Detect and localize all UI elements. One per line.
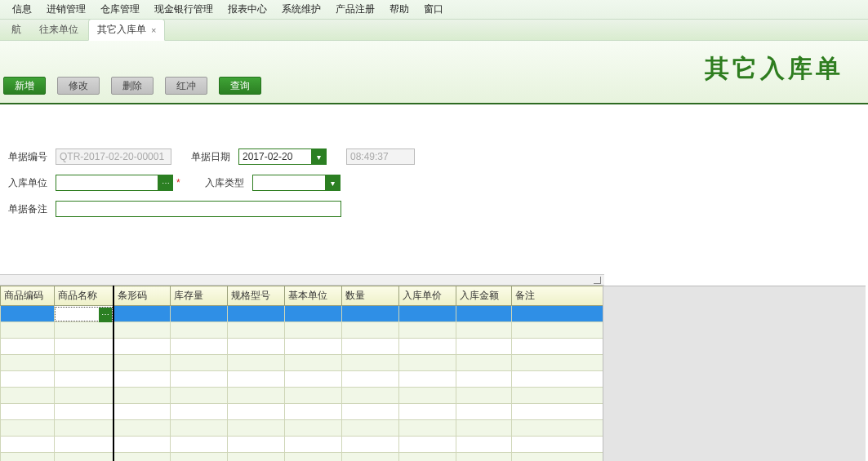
grid-cell[interactable] bbox=[55, 355, 114, 371]
menu-item-help[interactable]: 帮助 bbox=[382, 2, 416, 16]
tab-contacts[interactable]: 往来单位 bbox=[31, 20, 87, 40]
grid-cell[interactable] bbox=[512, 339, 603, 355]
grid-cell[interactable] bbox=[114, 404, 171, 420]
remark-field[interactable] bbox=[56, 201, 341, 217]
table-row[interactable] bbox=[1, 404, 603, 420]
table-row[interactable] bbox=[1, 420, 603, 437]
grid-cell[interactable] bbox=[342, 388, 399, 404]
grid-cell[interactable] bbox=[342, 453, 399, 462]
grid-cell[interactable] bbox=[512, 420, 603, 437]
grid-cell[interactable] bbox=[171, 420, 228, 437]
table-row[interactable] bbox=[1, 355, 603, 371]
table-row[interactable] bbox=[1, 437, 603, 453]
table-row[interactable] bbox=[1, 453, 603, 462]
grid-cell[interactable] bbox=[399, 306, 456, 322]
grid-cell[interactable] bbox=[171, 322, 228, 339]
grid-cell[interactable] bbox=[228, 322, 285, 339]
unit-lookup-button[interactable]: ⋯ bbox=[158, 175, 173, 191]
grid-col-header[interactable]: 入库金额 bbox=[456, 286, 512, 306]
grid-cell[interactable] bbox=[55, 388, 114, 404]
grid-cell[interactable]: ⋯ bbox=[55, 306, 114, 322]
grid-cell[interactable] bbox=[171, 339, 228, 355]
grid-cell[interactable] bbox=[399, 339, 456, 355]
grid-cell[interactable] bbox=[1, 453, 55, 462]
grid-cell[interactable] bbox=[342, 437, 399, 453]
grid-cell[interactable] bbox=[1, 371, 55, 388]
grid-cell[interactable] bbox=[114, 388, 171, 404]
grid-cell[interactable] bbox=[399, 371, 456, 388]
grid-cell[interactable] bbox=[114, 371, 171, 388]
menu-item-cashbank[interactable]: 现金银行管理 bbox=[147, 2, 220, 16]
menu-item-info[interactable]: 信息 bbox=[5, 2, 39, 16]
grid-cell[interactable] bbox=[1, 420, 55, 437]
grid-cell[interactable] bbox=[456, 355, 512, 371]
grid-cell[interactable] bbox=[285, 355, 342, 371]
edit-button[interactable]: 修改 bbox=[57, 77, 100, 95]
menu-item-report[interactable]: 报表中心 bbox=[220, 2, 274, 16]
grid-cell[interactable] bbox=[399, 437, 456, 453]
grid-cell[interactable] bbox=[171, 355, 228, 371]
grid-scrollbar-top[interactable] bbox=[0, 274, 604, 286]
add-button[interactable]: 新增 bbox=[3, 77, 46, 95]
grid-col-header[interactable]: 数量 bbox=[342, 286, 399, 306]
grid-cell[interactable] bbox=[114, 453, 171, 462]
grid-cell[interactable] bbox=[285, 420, 342, 437]
menu-item-warehouse[interactable]: 仓库管理 bbox=[93, 2, 147, 16]
grid-cell[interactable] bbox=[55, 420, 114, 437]
unit-field[interactable] bbox=[56, 175, 158, 191]
grid-cell[interactable] bbox=[1, 322, 55, 339]
grid-col-header[interactable]: 条形码 bbox=[114, 286, 171, 306]
grid-cell[interactable] bbox=[228, 420, 285, 437]
grid-cell[interactable] bbox=[55, 339, 114, 355]
grid-cell[interactable] bbox=[399, 420, 456, 437]
grid-cell[interactable] bbox=[285, 404, 342, 420]
grid-col-header[interactable]: 备注 bbox=[512, 286, 603, 306]
grid-col-header[interactable]: 商品名称 bbox=[55, 286, 114, 306]
grid-cell[interactable] bbox=[342, 420, 399, 437]
grid-cell[interactable] bbox=[285, 339, 342, 355]
grid-cell[interactable] bbox=[399, 322, 456, 339]
grid-cell[interactable] bbox=[512, 437, 603, 453]
grid-cell[interactable] bbox=[228, 339, 285, 355]
menu-item-window[interactable]: 窗口 bbox=[416, 2, 451, 16]
grid-cell[interactable] bbox=[228, 306, 285, 322]
grid-cell[interactable] bbox=[171, 306, 228, 322]
grid-col-header[interactable]: 库存量 bbox=[171, 286, 228, 306]
tab-other-in[interactable]: 其它入库单 × bbox=[88, 19, 165, 41]
grid-cell[interactable] bbox=[114, 437, 171, 453]
grid-cell[interactable] bbox=[342, 322, 399, 339]
table-row[interactable] bbox=[1, 322, 603, 339]
grid-cell[interactable] bbox=[456, 306, 512, 322]
grid-col-header[interactable]: 基本单位 bbox=[285, 286, 342, 306]
doc-date-field[interactable] bbox=[238, 148, 312, 165]
grid-cell[interactable] bbox=[228, 355, 285, 371]
grid-col-header[interactable]: 入库单价 bbox=[399, 286, 456, 306]
grid-cell[interactable] bbox=[456, 404, 512, 420]
grid-cell[interactable] bbox=[399, 388, 456, 404]
menu-item-jinxiao[interactable]: 进销管理 bbox=[39, 2, 93, 16]
grid-cell[interactable] bbox=[456, 339, 512, 355]
grid-cell[interactable] bbox=[114, 306, 171, 322]
close-icon[interactable]: × bbox=[151, 25, 156, 35]
grid-cell[interactable] bbox=[171, 404, 228, 420]
grid-cell[interactable] bbox=[512, 306, 603, 322]
delete-button[interactable]: 删除 bbox=[111, 77, 154, 95]
data-grid[interactable]: 商品编码商品名称条形码库存量规格型号基本单位数量入库单价入库金额备注 ⋯ bbox=[0, 286, 603, 461]
grid-cell[interactable] bbox=[512, 388, 603, 404]
table-row[interactable] bbox=[1, 371, 603, 388]
grid-cell[interactable] bbox=[228, 453, 285, 462]
grid-cell[interactable] bbox=[114, 420, 171, 437]
grid-cell[interactable] bbox=[55, 453, 114, 462]
grid-cell[interactable] bbox=[342, 355, 399, 371]
grid-cell[interactable] bbox=[456, 453, 512, 462]
grid-cell[interactable] bbox=[512, 371, 603, 388]
grid-col-header[interactable]: 规格型号 bbox=[228, 286, 285, 306]
grid-cell[interactable] bbox=[228, 388, 285, 404]
menu-item-register[interactable]: 产品注册 bbox=[328, 2, 382, 16]
grid-cell[interactable] bbox=[342, 371, 399, 388]
grid-cell[interactable] bbox=[114, 339, 171, 355]
grid-cell[interactable] bbox=[342, 404, 399, 420]
table-row[interactable]: ⋯ bbox=[1, 306, 603, 322]
grid-cell[interactable] bbox=[55, 322, 114, 339]
grid-cell[interactable] bbox=[55, 371, 114, 388]
